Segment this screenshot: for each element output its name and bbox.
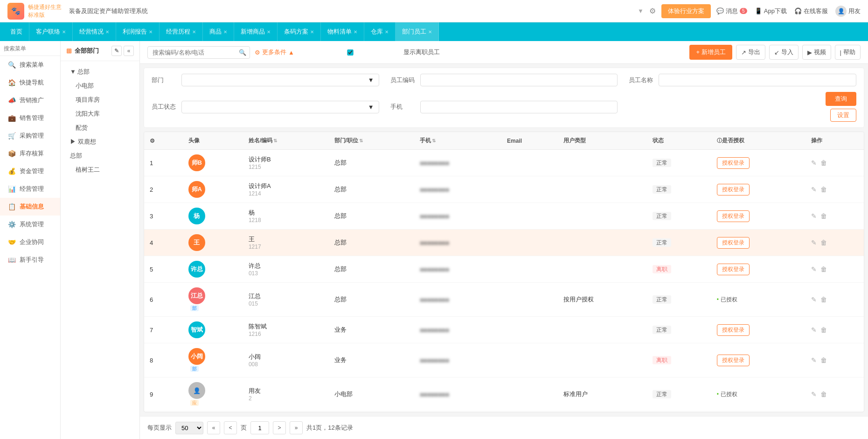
dept-node-小电部[interactable]: 小电部 (61, 79, 139, 93)
edit-icon[interactable]: ✎ (811, 159, 817, 167)
dept-collapse-btn[interactable]: « (124, 46, 134, 56)
delete-icon[interactable]: 🗑 (820, 326, 827, 334)
phone-input[interactable] (420, 101, 618, 113)
nav-tab-部门员工[interactable]: 部门员工✕ (396, 22, 439, 41)
delete-icon[interactable]: 🗑 (820, 296, 827, 303)
authorize-btn[interactable]: 授权登录 (717, 355, 750, 366)
sidebar-search-input[interactable] (4, 45, 61, 52)
sidebar-item-finance[interactable]: 💰资金管理 (0, 162, 60, 180)
delete-icon[interactable]: 🗑 (820, 265, 827, 273)
delete-icon[interactable]: 🗑 (820, 239, 827, 246)
col-header-dept[interactable]: 部门/职位⇅ (329, 132, 415, 150)
tab-close-icon[interactable]: ✕ (267, 29, 271, 35)
sidebar-item-quicknav[interactable]: 🏠快捷导航 (0, 74, 60, 91)
tab-close-icon[interactable]: ✕ (428, 29, 432, 35)
authorize-btn[interactable]: 授权登录 (717, 237, 750, 249)
tab-close-icon[interactable]: ✕ (149, 29, 153, 35)
sidebar-item-search[interactable]: 🔍搜索菜单 (0, 56, 60, 74)
view-button[interactable]: ▶ 视频 (802, 45, 831, 60)
tab-close-icon[interactable]: ✕ (385, 29, 389, 35)
dept-node-总部[interactable]: 总部 (61, 149, 139, 163)
dept-select[interactable]: ▼ (181, 74, 379, 86)
edit-icon[interactable]: ✎ (811, 326, 817, 334)
edit-icon[interactable]: ✎ (811, 356, 817, 364)
dept-node-总部[interactable]: ▼ 总部 (61, 65, 139, 79)
sidebar-item-sales[interactable]: 💼销售管理 (0, 109, 60, 127)
last-page-btn[interactable]: » (290, 421, 303, 434)
page-input[interactable] (250, 421, 269, 434)
prev-page-btn[interactable]: < (224, 421, 237, 434)
first-page-btn[interactable]: « (207, 421, 220, 434)
nav-tab-仓库[interactable]: 仓库✕ (364, 22, 396, 41)
emp-name-input[interactable] (659, 74, 856, 86)
cell-auth-4[interactable]: 授权登录 (711, 256, 806, 283)
delete-icon[interactable]: 🗑 (820, 159, 827, 167)
setting-button[interactable]: 设置 (830, 109, 856, 122)
dept-add-btn[interactable]: ✎ (111, 46, 122, 56)
sidebar-item-collab[interactable]: 🤝企业协同 (0, 233, 60, 251)
tab-close-icon[interactable]: ✕ (223, 29, 227, 35)
edit-icon[interactable]: ✎ (811, 265, 817, 273)
app-download-link[interactable]: 📱 App下载 (755, 7, 787, 15)
show-dimission-checkbox[interactable] (299, 49, 402, 56)
help-button[interactable]: | 帮助 (835, 45, 861, 60)
sidebar-item-stock[interactable]: 📦库存核算 (0, 145, 60, 162)
cell-auth-9[interactable]: 授权登录 (711, 411, 806, 413)
dept-node-植树王二[interactable]: 植树王二 (61, 163, 139, 177)
sidebar-item-purchase[interactable]: 🛒采购管理 (0, 127, 60, 145)
edit-icon[interactable]: ✎ (811, 186, 817, 193)
col-header-phone[interactable]: 手机⇅ (414, 132, 501, 150)
edit-icon[interactable]: ✎ (811, 390, 817, 398)
sidebar-item-system[interactable]: ⚙️系统管理 (0, 216, 60, 233)
nav-tab-经营历程[interactable]: 经营历程✕ (160, 22, 203, 41)
delete-icon[interactable]: 🗑 (820, 186, 827, 193)
online-service-link[interactable]: 🎧 在线客服 (794, 7, 828, 15)
nav-tab-物料清单[interactable]: 物料清单✕ (321, 22, 364, 41)
trial-button[interactable]: 体验行业方案 (661, 4, 711, 18)
next-page-btn[interactable]: > (273, 421, 286, 434)
nav-tab-商品[interactable]: 商品✕ (203, 22, 234, 41)
per-page-select[interactable]: 50 100 (175, 422, 203, 434)
import-button[interactable]: ↙ 导入 (769, 45, 799, 60)
tab-close-icon[interactable]: ✕ (62, 29, 66, 35)
settings-icon[interactable]: ⚙ (649, 7, 656, 15)
nav-tab-新增商品[interactable]: 新增商品✕ (234, 22, 278, 41)
sidebar-item-operation[interactable]: 📊经营管理 (0, 180, 60, 198)
search-btn-icon[interactable]: 🔍 (239, 49, 246, 56)
add-employee-button[interactable]: + 新增员工 (689, 45, 732, 60)
delete-icon[interactable]: 🗑 (820, 212, 827, 220)
delete-icon[interactable]: 🗑 (820, 356, 827, 364)
sidebar-item-marketing[interactable]: 📣营销推广 (0, 91, 60, 109)
message-link[interactable]: 💬 消息 5 (716, 7, 747, 15)
authorize-btn[interactable]: 授权登录 (717, 184, 750, 195)
col-header-name[interactable]: 姓名/编码⇅ (243, 132, 329, 150)
cell-auth-1[interactable]: 授权登录 (711, 176, 806, 203)
export-button[interactable]: ↗ 导出 (736, 45, 765, 60)
tab-close-icon[interactable]: ✕ (354, 29, 357, 35)
dept-node-项目库房[interactable]: 项目库房 (61, 93, 139, 107)
emp-code-input[interactable] (420, 74, 618, 86)
dept-node-配货[interactable]: 配货 (61, 121, 139, 135)
nav-tab-利润报告[interactable]: 利润报告✕ (116, 22, 160, 41)
show-dimission-toggle[interactable]: 显示离职员工 (299, 48, 440, 56)
search-input[interactable] (147, 46, 250, 59)
nav-tab-客户联络[interactable]: 客户联络✕ (29, 22, 73, 41)
dept-node-沈阳大库[interactable]: 沈阳大库 (61, 107, 139, 121)
cell-auth-7[interactable]: 授权登录 (711, 343, 806, 377)
nav-tab-条码方案[interactable]: 条码方案✕ (278, 22, 321, 41)
filter-btn[interactable]: ⚙ 更多条件 ▲ (255, 48, 294, 56)
edit-icon[interactable]: ✎ (811, 239, 817, 246)
tab-close-icon[interactable]: ✕ (105, 29, 109, 35)
tab-close-icon[interactable]: ✕ (310, 29, 314, 35)
sidebar-item-guide[interactable]: 📖新手引导 (0, 251, 60, 269)
emp-status-select[interactable]: ▼ (181, 101, 379, 113)
tab-close-icon[interactable]: ✕ (192, 29, 196, 35)
cell-auth-3[interactable]: 授权登录 (711, 230, 806, 256)
user-link[interactable]: 👤 用友 (835, 6, 861, 17)
authorize-btn[interactable]: 授权登录 (717, 324, 750, 336)
cell-auth-0[interactable]: 授权登录 (711, 150, 806, 176)
nav-tab-首页[interactable]: 首页 (4, 22, 29, 41)
sidebar-item-basic[interactable]: 📋基础信息 (0, 198, 60, 216)
authorize-btn[interactable]: 授权登录 (717, 264, 750, 275)
authorize-btn[interactable]: 授权登录 (717, 210, 750, 222)
